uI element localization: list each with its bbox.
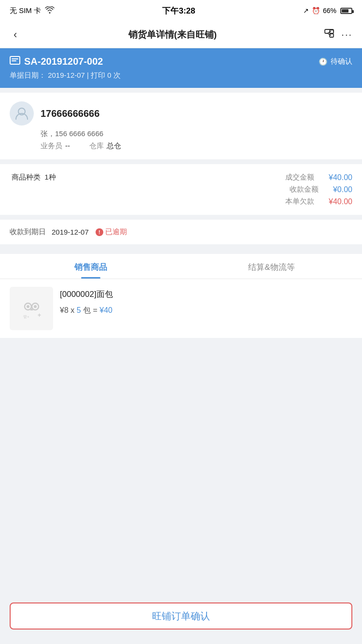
print-label: | 打印: [87, 71, 107, 79]
order-icon: [10, 56, 20, 67]
date-label: 单据日期：: [10, 71, 46, 79]
goods-type-label: 商品种类: [12, 173, 41, 181]
warehouse-label: 仓库: [89, 141, 104, 151]
meta-warehouse: 仓库 总仓: [89, 141, 121, 151]
status-left: 无 SIM 卡: [10, 6, 55, 15]
received-label: 收款金额: [290, 185, 319, 194]
overdue-dot-icon: !: [96, 228, 103, 236]
owed-value: ¥40.00: [329, 197, 352, 206]
tab-settlement-label: 结算&物流等: [248, 263, 294, 272]
order-status: 🕐 待确认: [319, 57, 352, 66]
share-icon[interactable]: [324, 28, 334, 41]
sales-value: --: [65, 141, 70, 151]
product-list: + 管+ [0000002]面包 ¥8 x 5 包 = ¥40: [0, 279, 362, 338]
amount-row: 成交金额 ¥40.00: [285, 173, 352, 182]
sales-label: 业务员: [41, 141, 62, 151]
product-logo-icon: + 管+: [18, 298, 45, 320]
nav-bar: ‹ 销货单详情(来自旺铺) ···: [0, 21, 362, 48]
alarm-icon: ⏰: [312, 7, 320, 14]
bottom-area: 旺铺订单确认: [0, 595, 362, 644]
owed-label: 本单欠款: [285, 197, 314, 206]
product-name: [0000002]面包: [60, 289, 352, 300]
overdue-text: 已逾期: [105, 227, 127, 237]
owed-row: 本单欠款 ¥40.00: [285, 197, 352, 206]
svg-point-6: [27, 305, 29, 308]
section-divider: [0, 244, 362, 249]
due-date-card: 收款到期日 2019-12-07 ! 已逾期: [0, 220, 362, 244]
product-info: [0000002]面包 ¥8 x 5 包 = ¥40: [60, 287, 352, 316]
status-time: 下午3:28: [162, 5, 195, 16]
customer-card: 17666666666 张，156 6666 6666 业务员 -- 仓库 总仓: [0, 93, 362, 159]
quantity-value: 5: [77, 306, 81, 314]
customer-detail: 张，156 6666 6666: [41, 129, 352, 139]
summary-card: 商品种类 1种 成交金额 ¥40.00 收款金额 ¥0.00 本单欠款 ¥40.…: [0, 164, 362, 215]
order-date-info: 单据日期： 2019-12-07 | 打印 0 次: [10, 71, 352, 80]
tab-sales-goods[interactable]: 销售商品: [0, 254, 181, 279]
summary-left: 商品种类 1种: [10, 173, 56, 182]
svg-rect-2: [10, 56, 20, 64]
location-icon: ↗: [303, 7, 309, 14]
more-icon[interactable]: ···: [341, 29, 352, 40]
customer-row: 17666666666: [10, 101, 352, 126]
status-clock-icon: 🕐: [319, 57, 328, 66]
order-header-card: SA-20191207-002 🕐 待确认 单据日期： 2019-12-07 |…: [0, 48, 362, 88]
status-right: ↗ ⏰ 66%: [303, 7, 352, 14]
battery-icon: [340, 8, 352, 14]
wifi-icon: [45, 6, 55, 15]
amount-label: 成交金额: [285, 173, 314, 182]
print-unit: 次: [113, 71, 121, 79]
print-count: 0: [107, 71, 111, 79]
svg-text:+: +: [38, 312, 41, 319]
warehouse-value: 总仓: [107, 141, 121, 151]
battery-text: 66%: [323, 7, 336, 14]
total-price: ¥40: [99, 306, 112, 314]
tabs-container: 销售商品 结算&物流等: [0, 254, 362, 279]
nav-actions: ···: [324, 28, 352, 41]
customer-phone: 17666666666: [41, 108, 99, 119]
avatar: [10, 101, 34, 126]
due-date-label: 收款到期日: [10, 227, 46, 237]
order-header-top: SA-20191207-002 🕐 待确认: [10, 56, 352, 67]
product-item: + 管+ [0000002]面包 ¥8 x 5 包 = ¥40: [0, 279, 362, 338]
goods-type-item: 商品种类 1种: [10, 173, 56, 182]
product-thumbnail: + 管+: [10, 287, 53, 330]
confirm-order-button[interactable]: 旺铺订单确认: [10, 602, 352, 630]
order-status-text: 待确认: [331, 57, 352, 66]
page-title: 销货单详情(来自旺铺): [128, 28, 217, 41]
customer-meta: 业务员 -- 仓库 总仓: [41, 141, 352, 151]
svg-point-7: [34, 305, 37, 308]
svg-text:管+: 管+: [23, 315, 29, 319]
product-price-row: ¥8 x 5 包 = ¥40: [60, 306, 352, 316]
back-button[interactable]: ‹: [10, 25, 21, 45]
unit: 包: [83, 306, 91, 314]
bottom-spacer: [0, 338, 362, 396]
received-row: 收款金额 ¥0.00: [290, 185, 352, 194]
meta-salesperson: 业务员 --: [41, 141, 70, 151]
order-date: 2019-12-07: [48, 71, 85, 79]
amount-value: ¥40.00: [329, 173, 352, 182]
tab-settlement[interactable]: 结算&物流等: [181, 254, 362, 279]
order-id: SA-20191207-002: [10, 56, 103, 67]
carrier-text: 无 SIM 卡: [10, 6, 41, 15]
overdue-badge: ! 已逾期: [96, 227, 127, 237]
due-date-value: 2019-12-07: [52, 228, 89, 236]
received-value: ¥0.00: [333, 185, 352, 194]
equals-symbol: =: [93, 306, 100, 314]
goods-type-value: 1种: [44, 173, 56, 181]
unit-price: ¥8: [60, 306, 69, 314]
summary-right: 成交金额 ¥40.00 收款金额 ¥0.00 本单欠款 ¥40.00: [285, 173, 352, 206]
tab-sales-goods-label: 销售商品: [74, 263, 107, 272]
order-id-text: SA-20191207-002: [24, 56, 103, 67]
multiply-symbol: x: [70, 306, 76, 314]
status-bar: 无 SIM 卡 下午3:28 ↗ ⏰ 66%: [0, 0, 362, 21]
